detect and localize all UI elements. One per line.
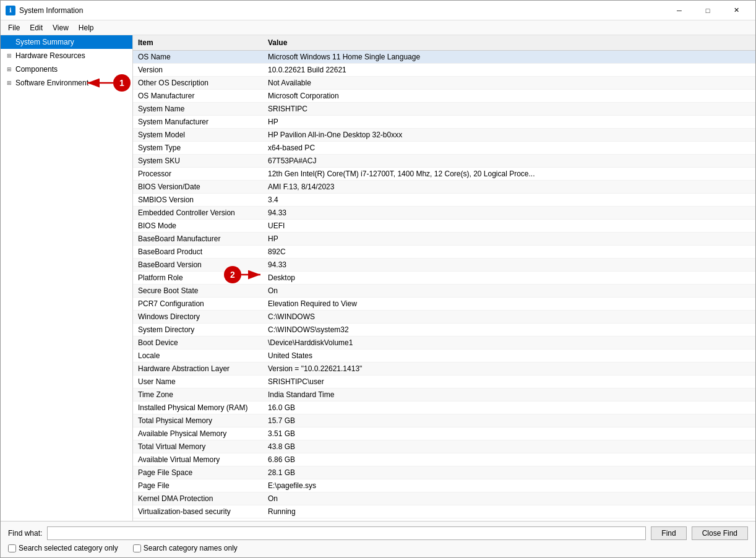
table-row: OS NameMicrosoft Windows 11 Home Single … <box>133 51 755 64</box>
table-cell-item: Page File <box>133 479 263 492</box>
table-cell-value: 43.8 GB <box>263 440 755 453</box>
table-cell-value: On <box>263 492 755 505</box>
table-cell-value: HP Pavilion All-in-One Desktop 32-b0xxx <box>263 129 755 142</box>
table-row: System ManufacturerHP <box>133 116 755 129</box>
find-button[interactable]: Find <box>651 526 686 540</box>
menu-file[interactable]: File <box>3 22 25 33</box>
table-cell-item: Total Physical Memory <box>133 414 263 427</box>
table-cell-item: OS Manufacturer <box>133 90 263 103</box>
table-cell-value: C:\WINDOWS <box>263 311 755 324</box>
sidebar-item-system-summary[interactable]: System Summary <box>1 35 132 49</box>
table-row: System Typex64-based PC <box>133 142 755 155</box>
table-cell-item: BIOS Version/Date <box>133 181 263 194</box>
table-row: User NameSRISHTIPC\user <box>133 376 755 388</box>
table-cell-value: SRISHTIPC <box>263 103 755 116</box>
table-cell-item: OS Name <box>133 51 263 64</box>
table-cell-value: 3.51 GB <box>263 427 755 440</box>
table-cell-value: Microsoft Windows 11 Home Single Languag… <box>263 51 755 64</box>
table-row: System ModelHP Pavilion All-in-One Deskt… <box>133 129 755 142</box>
table-row: Windows DirectoryC:\WINDOWS <box>133 311 755 324</box>
table-row: Total Virtual Memory43.8 GB <box>133 440 755 453</box>
find-input[interactable] <box>47 526 646 540</box>
table-cell-item: System Manufacturer <box>133 116 263 129</box>
minimize-button[interactable]: ─ <box>665 1 694 20</box>
table-cell-value: 28.1 GB <box>263 466 755 479</box>
table-cell-value: HP <box>263 233 755 246</box>
main-window: ℹ System Information ─ □ ✕ File Edit Vie… <box>0 0 756 558</box>
checkbox-category-names-label: Search category names only <box>144 544 238 552</box>
table-cell-value: Running <box>263 505 755 518</box>
table-cell-value: SRISHTIPC\user <box>263 376 755 388</box>
menu-help[interactable]: Help <box>74 22 99 33</box>
bottom-bar: Find what: Find Close Find Search select… <box>1 521 755 557</box>
title-bar-buttons: ─ □ ✕ <box>665 1 750 20</box>
find-label: Find what: <box>8 529 42 538</box>
table-row: System DirectoryC:\WINDOWS\system32 <box>133 324 755 337</box>
info-table: Item Value OS NameMicrosoft Windows 11 H… <box>133 35 755 518</box>
table-cell-item: Time Zone <box>133 388 263 401</box>
table-cell-value: Elevation Required to View <box>263 298 755 311</box>
expand-icon-hardware: ⊞ <box>4 51 14 61</box>
checkbox-selected-category-label: Search selected category only <box>19 544 118 552</box>
table-row: BaseBoard ManufacturerHP <box>133 233 755 246</box>
table-cell-item: Version <box>133 64 263 77</box>
table-cell-value: United States <box>263 350 755 363</box>
table-cell-value: x64-based PC <box>263 142 755 155</box>
checkbox-category-names-input[interactable] <box>133 544 141 552</box>
table-cell-item: Platform Role <box>133 272 263 285</box>
table-row: Version10.0.22621 Build 22621 <box>133 64 755 77</box>
close-find-button[interactable]: Close Find <box>692 526 748 540</box>
sidebar-label-software-environment: Software Environment <box>15 79 88 87</box>
table-cell-item: Installed Physical Memory (RAM) <box>133 401 263 414</box>
expand-icon-components: ⊞ <box>4 64 14 74</box>
sidebar-item-software-environment[interactable]: ⊞ Software Environment <box>1 76 132 90</box>
table-cell-item: BIOS Mode <box>133 220 263 233</box>
table-row: Available Physical Memory3.51 GB <box>133 427 755 440</box>
table-cell-item: System Name <box>133 103 263 116</box>
table-cell-item: Hardware Abstraction Layer <box>133 363 263 376</box>
table-row: Virtualization-based securityRunning <box>133 505 755 518</box>
sidebar-item-hardware-resources[interactable]: ⊞ Hardware Resources <box>1 49 132 62</box>
table-row: Processor12th Gen Intel(R) Core(TM) i7-1… <box>133 168 755 181</box>
table-cell-item: Locale <box>133 350 263 363</box>
sidebar-item-components[interactable]: ⊞ Components <box>1 62 132 76</box>
table-cell-value: Desktop <box>263 272 755 285</box>
table-row: SMBIOS Version3.4 <box>133 194 755 207</box>
menu-view[interactable]: View <box>48 22 74 33</box>
table-row: Platform RoleDesktop <box>133 272 755 285</box>
table-cell-item: Processor <box>133 168 263 181</box>
table-row: Kernel DMA ProtectionOn <box>133 492 755 505</box>
sidebar-label-system-summary: System Summary <box>15 38 74 46</box>
table-row: BaseBoard Version94.33 <box>133 259 755 272</box>
table-row: Page File Space28.1 GB <box>133 466 755 479</box>
menu-edit[interactable]: Edit <box>25 22 48 33</box>
table-row: Boot Device\Device\HarddiskVolume1 <box>133 337 755 350</box>
checkbox-category-names[interactable]: Search category names only <box>133 544 238 552</box>
table-row: Embedded Controller Version94.33 <box>133 207 755 220</box>
table-row: Available Virtual Memory6.86 GB <box>133 453 755 466</box>
table-cell-value: 15.7 GB <box>263 414 755 427</box>
checkbox-selected-category-input[interactable] <box>8 544 16 552</box>
table-cell-value: 94.33 <box>263 207 755 220</box>
table-cell-value: 892C <box>263 246 755 259</box>
table-row: PCR7 ConfigurationElevation Required to … <box>133 298 755 311</box>
table-cell-item: System Type <box>133 142 263 155</box>
table-row: Page FileE:\pagefile.sys <box>133 479 755 492</box>
table-row: BIOS ModeUEFI <box>133 220 755 233</box>
checkbox-selected-category[interactable]: Search selected category only <box>8 544 118 552</box>
app-icon: ℹ <box>6 6 15 15</box>
maximize-button[interactable]: □ <box>694 1 722 20</box>
table-cell-value: UEFI <box>263 220 755 233</box>
table-row: OS ManufacturerMicrosoft Corporation <box>133 90 755 103</box>
close-button[interactable]: ✕ <box>722 1 750 20</box>
window-title: System Information <box>19 6 665 15</box>
table-cell-item: BaseBoard Product <box>133 246 263 259</box>
table-cell-item: Windows Directory <box>133 311 263 324</box>
sidebar-label-hardware-resources: Hardware Resources <box>15 51 85 60</box>
table-cell-item: User Name <box>133 376 263 388</box>
table-cell-item: Other OS Description <box>133 77 263 90</box>
table-cell-value: AMI F.13, 8/14/2023 <box>263 181 755 194</box>
table-row: Other OS DescriptionNot Available <box>133 77 755 90</box>
table-cell-value: Microsoft Corporation <box>263 90 755 103</box>
table-cell-value: 94.33 <box>263 259 755 272</box>
